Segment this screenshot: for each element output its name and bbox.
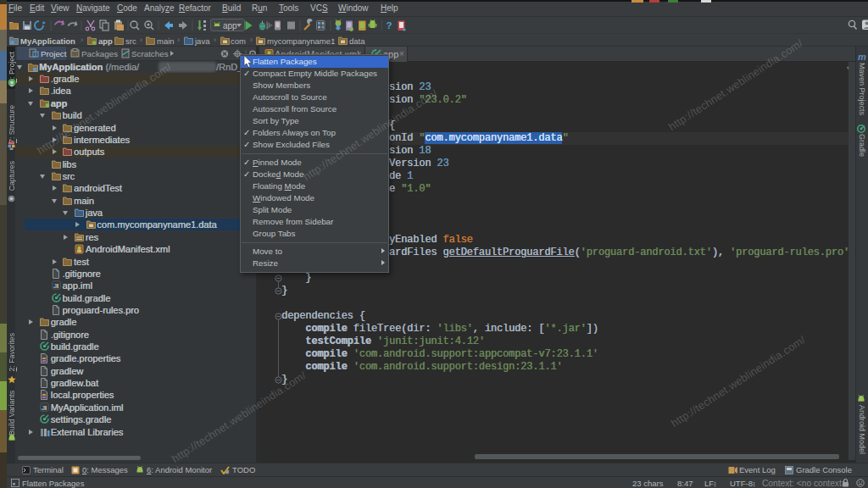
- svg-text:I: I: [44, 403, 46, 411]
- svg-text:?: ?: [387, 20, 392, 30]
- svg-text:I: I: [56, 282, 58, 290]
